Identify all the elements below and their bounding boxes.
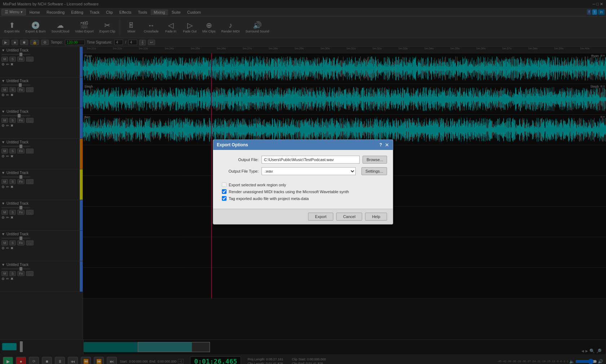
check1-label: Export selected work region only [229,183,286,187]
help-btn[interactable]: Help [365,213,387,221]
settings-btn[interactable]: Settings... [361,167,387,175]
check2-checkbox[interactable] [222,189,227,194]
dialog-body: Output File: Browse... Output File Type:… [213,150,393,209]
dialog-help-icon[interactable]: ? [379,142,382,147]
output-type-label: Output File Type: [219,169,259,173]
check1-checkbox[interactable] [222,182,227,187]
check2-row: Render unassigned MIDI tracks using the … [219,189,387,194]
output-file-input[interactable] [262,156,360,164]
dialog-titlebar: Export Options ? ✕ [213,140,393,150]
output-type-row: Output File Type: .wav Settings... [219,167,387,175]
export-dialog: Export Options ? ✕ Output File: Browse..… [213,139,393,225]
check3-checkbox[interactable] [222,196,227,201]
export-btn[interactable]: Export [308,213,333,221]
dialog-spacer [219,179,387,182]
output-file-row: Output File: Browse... [219,156,387,164]
browse-btn[interactable]: Browse... [363,156,387,164]
check1-row: Export selected work region only [219,182,387,187]
dialog-overlay: Export Options ? ✕ Output File: Browse..… [0,0,606,364]
dialog-title: Export Options [217,142,248,147]
output-type-select[interactable]: .wav [262,167,356,175]
check2-label: Render unassigned MIDI tracks using the … [229,190,349,194]
output-file-label: Output File: [219,157,259,162]
check3-label: Tag exported audio file with project met… [229,196,309,201]
dialog-footer: Export Cancel Help [213,209,393,224]
check3-row: Tag exported audio file with project met… [219,196,387,201]
dialog-title-controls: ? ✕ [379,142,389,148]
cancel-btn[interactable]: Cancel [336,213,362,221]
dialog-close-btn[interactable]: ✕ [385,142,389,148]
